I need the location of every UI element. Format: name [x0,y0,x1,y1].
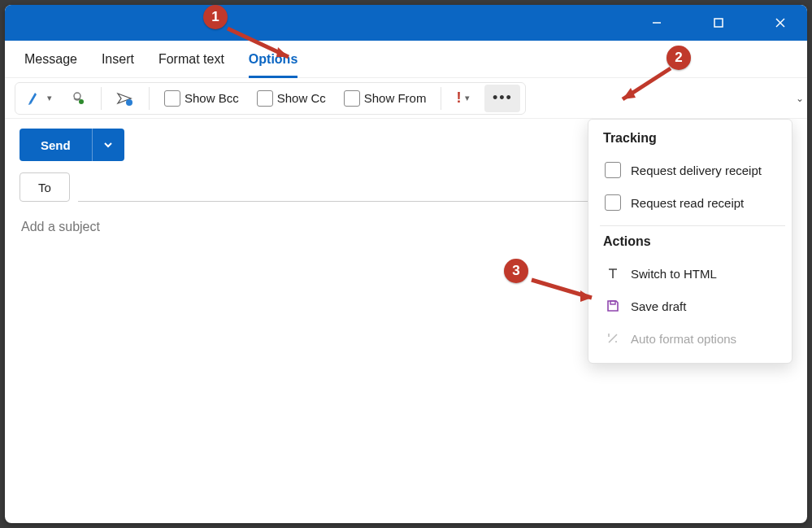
show-from-label: Show From [364,91,427,105]
checkbox-icon [605,162,621,178]
show-from-toggle[interactable]: Show From [337,85,433,112]
send-plane-icon [116,90,134,107]
panel-separator [600,225,785,226]
anno-arrow-1 [219,20,309,69]
wand-icon [605,331,621,346]
anno-badge-2: 2 [667,46,691,70]
switch-to-html[interactable]: Switch to HTML [603,257,782,290]
compose-area: Send To Tracking Request delivery receip… [5,119,807,523]
save-icon [605,299,621,313]
checkbox-icon [164,90,180,107]
encrypt-icon [70,90,86,107]
switch-html-label: Switch to HTML [631,267,717,281]
chevron-down-icon [102,139,114,151]
show-cc-toggle[interactable]: Show Cc [250,85,332,112]
to-button[interactable]: To [20,172,70,202]
auto-format-label: Auto format options [631,332,736,346]
exclamation-icon: ! [456,89,461,107]
overflow-panel: Tracking Request delivery receipt Reques… [588,119,792,364]
chevron-down-icon: ⌄ [796,93,804,104]
minimize-button[interactable] [638,10,675,36]
chevron-down-icon: ▾ [47,93,52,103]
request-delivery-label: Request delivery receipt [631,164,762,177]
ribbon-collapse-toggle[interactable]: ⌄ [791,89,807,107]
tab-format-text[interactable]: Format text [158,41,224,78]
options-ribbon: ▾ Show Bcc Show Cc Show From [5,78,807,119]
request-read-label: Request read receipt [631,196,744,210]
svg-point-4 [74,93,80,99]
ribbon-separator [441,87,441,110]
checkbox-icon [605,194,621,211]
overflow-button[interactable]: ••• [484,85,520,112]
signature-button[interactable]: ▾ [20,85,59,112]
signature-icon [27,90,43,107]
anno-arrow-2 [610,62,683,111]
auto-format-options: Auto format options [603,322,782,355]
close-icon [775,17,786,28]
sendas-button[interactable] [110,85,141,112]
ribbon-separator [149,87,150,110]
ribbon-separator [101,87,102,110]
request-delivery-receipt[interactable]: Request delivery receipt [603,154,782,186]
anno-badge-3: 3 [504,259,528,283]
ribbon-group: ▾ Show Bcc Show Cc Show From [15,82,526,115]
svg-rect-1 [714,19,723,27]
importance-button[interactable]: ! ▾ [449,85,476,112]
save-draft-label: Save draft [631,299,686,313]
tab-insert[interactable]: Insert [102,41,134,78]
anno-arrow-3 [525,273,606,314]
tracking-heading: Tracking [603,131,782,146]
svg-rect-7 [610,301,615,304]
maximize-icon [713,17,724,28]
maximize-button[interactable] [700,10,737,36]
window: Message Insert Format text Options ▾ Sho… [5,5,807,523]
save-draft[interactable]: Save draft [603,290,782,322]
tab-message[interactable]: Message [24,41,77,78]
close-button[interactable] [762,10,799,36]
show-cc-label: Show Cc [277,91,326,105]
svg-marker-9 [276,47,289,57]
send-dropdown[interactable] [92,129,124,161]
request-read-receipt[interactable]: Request read receipt [603,186,782,219]
show-bcc-toggle[interactable]: Show Bcc [158,85,245,112]
svg-point-5 [79,99,84,104]
titlebar [5,5,807,41]
svg-point-6 [126,99,132,106]
checkbox-icon [257,90,273,107]
show-bcc-label: Show Bcc [185,91,239,105]
chevron-down-icon: ▾ [465,93,470,103]
send-button[interactable]: Send [20,129,92,161]
actions-heading: Actions [603,234,782,249]
anno-badge-1: 1 [203,5,228,29]
encrypt-button[interactable] [63,85,93,112]
minimize-icon [651,17,662,28]
checkbox-icon [344,90,360,107]
ellipsis-icon: ••• [493,89,513,107]
text-icon [605,266,621,281]
